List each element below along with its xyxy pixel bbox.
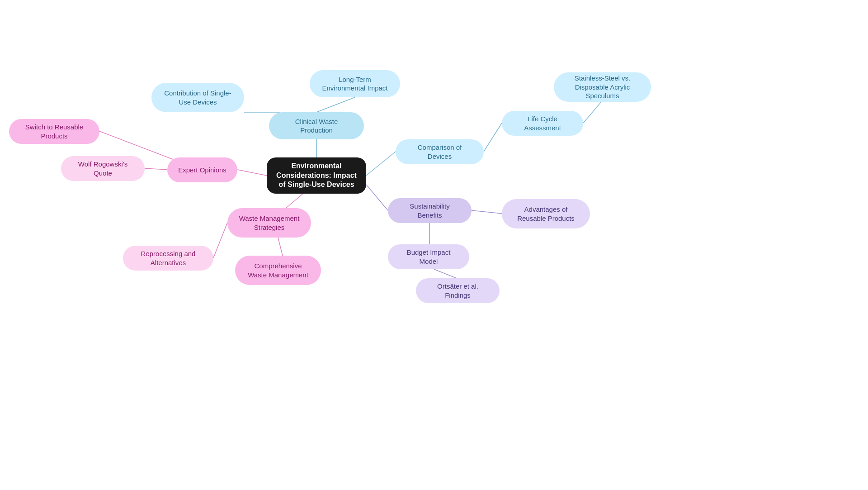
comparison-node[interactable]: Comparison of Devices: [396, 139, 484, 164]
advantages-label: Advantages of Reusable Products: [511, 205, 581, 223]
sustainability-node[interactable]: Sustainability Benefits: [388, 198, 472, 223]
waste-mgmt-label: Waste Management Strategies: [236, 214, 302, 232]
reprocessing-label: Reprocessing and Alternatives: [132, 249, 204, 267]
expert-label: Expert Opinions: [178, 166, 226, 175]
lifecycle-node[interactable]: Life Cycle Assessment: [502, 111, 583, 136]
ortsater-node[interactable]: Ortsäter et al. Findings: [416, 278, 500, 303]
contribution-node[interactable]: Contribution of Single-Use Devices: [151, 83, 244, 112]
contribution-label: Contribution of Single-Use Devices: [160, 89, 235, 106]
sustainability-label: Sustainability Benefits: [397, 202, 462, 219]
reprocessing-node[interactable]: Reprocessing and Alternatives: [123, 246, 213, 271]
budget-label: Budget Impact Model: [397, 248, 460, 266]
comprehensive-node[interactable]: Comprehensive Waste Management: [235, 256, 321, 285]
long-term-label: Long-Term Environmental Impact: [319, 75, 391, 93]
clinical-waste-label: Clinical Waste Production: [278, 117, 355, 135]
wolf-node[interactable]: Wolf Rogowski's Quote: [61, 156, 145, 181]
lifecycle-label: Life Cycle Assessment: [511, 114, 574, 132]
comprehensive-label: Comprehensive Waste Management: [244, 262, 312, 279]
expert-node[interactable]: Expert Opinions: [167, 157, 237, 182]
center-node[interactable]: Environmental Considerations: Impact of …: [267, 157, 366, 194]
switch-node[interactable]: Switch to Reusable Products: [9, 119, 99, 144]
stainless-label: Stainless-Steel vs. Disposable Acrylic S…: [563, 74, 642, 100]
advantages-node[interactable]: Advantages of Reusable Products: [502, 199, 590, 228]
long-term-node[interactable]: Long-Term Environmental Impact: [310, 70, 400, 97]
wolf-label: Wolf Rogowski's Quote: [70, 160, 136, 177]
comparison-label: Comparison of Devices: [405, 143, 475, 161]
budget-node[interactable]: Budget Impact Model: [388, 244, 469, 269]
clinical-waste-node[interactable]: Clinical Waste Production: [269, 112, 364, 139]
ortsater-label: Ortsäter et al. Findings: [425, 282, 491, 300]
switch-label: Switch to Reusable Products: [18, 123, 90, 140]
stainless-node[interactable]: Stainless-Steel vs. Disposable Acrylic S…: [554, 72, 651, 102]
waste-mgmt-node[interactable]: Waste Management Strategies: [227, 208, 311, 238]
